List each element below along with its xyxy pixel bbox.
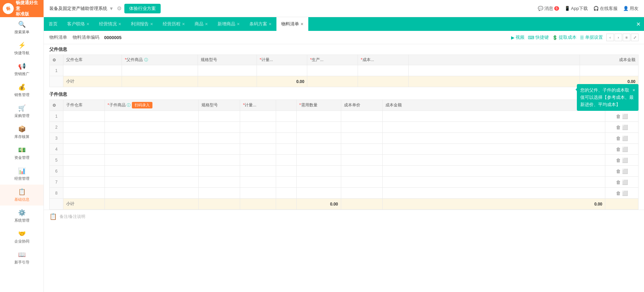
sidebar-item-4[interactable]: 🛒采购管理 — [0, 101, 44, 122]
parent-col-settings[interactable]: ⚙ — [50, 55, 63, 65]
child-copy-icon-8[interactable]: ⬜ — [622, 190, 628, 196]
child-cell-need-qty-2[interactable] — [296, 122, 341, 133]
child-cell-warehouse-8[interactable] — [63, 188, 105, 199]
tab-7[interactable]: 条码方案✕ — [245, 17, 276, 31]
sidebar-item-9[interactable]: ⚙️系统管理 — [0, 206, 44, 226]
tab-close-8[interactable]: ✕ — [300, 22, 304, 26]
child-cell-qty-1[interactable] — [240, 111, 276, 122]
tab-5[interactable]: 商品✕ — [190, 17, 213, 31]
sidebar-item-6[interactable]: 💵资金管理 — [0, 143, 44, 164]
child-copy-icon-7[interactable]: ⬜ — [622, 179, 628, 185]
sidebar-item-2[interactable]: 📢营销推广 — [0, 59, 44, 80]
child-cell-product-6[interactable] — [104, 166, 199, 177]
tab-6[interactable]: 新增商品✕ — [213, 17, 245, 31]
child-cell-qty-2[interactable] — [240, 122, 276, 133]
child-copy-icon-4[interactable]: ⬜ — [622, 147, 628, 152]
tab-close-3[interactable]: ✕ — [150, 22, 153, 26]
nav-expand-button[interactable]: ⤢ — [631, 34, 639, 41]
tab-8[interactable]: 物料清单✕ — [276, 17, 308, 31]
child-delete-icon-2[interactable]: 🗑 — [616, 125, 621, 130]
sidebar-item-8[interactable]: 📋基础信息 — [0, 185, 44, 206]
settings-icon[interactable]: ⚙ — [117, 5, 122, 12]
child-delete-icon-6[interactable]: 🗑 — [616, 168, 621, 174]
parent-cell-warehouse-1[interactable] — [63, 65, 122, 76]
child-delete-icon-1[interactable]: 🗑 — [616, 114, 621, 119]
child-cell-product-1[interactable] — [104, 111, 199, 122]
child-delete-icon-4[interactable]: 🗑 — [616, 147, 621, 152]
child-cell-warehouse-5[interactable] — [63, 155, 105, 166]
child-cell-product-4[interactable] — [104, 144, 199, 155]
sidebar-item-0[interactable]: 🔍搜索菜单 — [0, 17, 44, 38]
nav-prev-button[interactable]: ‹ — [606, 34, 614, 41]
dropdown-icon[interactable]: ▾ — [110, 5, 113, 12]
scan-button[interactable]: 扫码录入 — [132, 102, 152, 108]
child-delete-icon-8[interactable]: 🗑 — [616, 190, 621, 196]
sidebar-item-5[interactable]: 📦库存核算 — [0, 122, 44, 143]
message-button[interactable]: 💬 消息 6 — [538, 5, 559, 12]
child-cell-need-qty-6[interactable] — [296, 166, 341, 177]
tooltip-close[interactable]: × — [632, 87, 635, 94]
child-cell-spec-3[interactable] — [199, 133, 240, 144]
child-cell-spec-2[interactable] — [199, 122, 240, 133]
child-cell-need-qty-7[interactable] — [296, 177, 341, 188]
child-cell-warehouse-4[interactable] — [63, 144, 105, 155]
child-cell-product-2[interactable] — [104, 122, 199, 133]
child-col-settings[interactable]: ⚙ — [50, 100, 63, 111]
child-cell-product-8[interactable] — [104, 188, 199, 199]
child-copy-icon-3[interactable]: ⬜ — [622, 136, 628, 141]
nav-next-button[interactable]: › — [615, 34, 622, 41]
child-cell-warehouse-7[interactable] — [63, 177, 105, 188]
tab-0[interactable]: 首页 — [44, 17, 62, 31]
child-cell-qty-6[interactable] — [240, 166, 276, 177]
child-cell-qty-3[interactable] — [240, 133, 276, 144]
online-service-button[interactable]: 🎧 在线客服 — [593, 5, 618, 12]
breadcrumb-item-1[interactable]: 物料清单 — [49, 34, 67, 40]
parent-cell-qty-1[interactable] — [257, 65, 307, 76]
child-cell-qty-4[interactable] — [240, 144, 276, 155]
parent-cell-cost-1[interactable] — [358, 65, 409, 76]
child-cell-qty-5[interactable] — [240, 155, 276, 166]
user-button[interactable]: 👤 用友 — [623, 5, 639, 12]
child-cell-qty-8[interactable] — [240, 188, 276, 199]
child-delete-icon-3[interactable]: 🗑 — [616, 136, 621, 141]
child-cell-need-qty-4[interactable] — [296, 144, 341, 155]
parent-cell-spec-1[interactable] — [198, 65, 257, 76]
child-delete-icon-7[interactable]: 🗑 — [616, 179, 621, 185]
cost-button[interactable]: 💲 提取成本 — [552, 34, 577, 40]
child-cell-product-5[interactable] — [104, 155, 199, 166]
tab-close-7[interactable]: ✕ — [269, 22, 272, 26]
trial-button[interactable]: 体验行业方案 — [124, 4, 161, 13]
child-cell-qty-7[interactable] — [240, 177, 276, 188]
child-cell-spec-6[interactable] — [199, 166, 240, 177]
tab-close-all[interactable]: ✕ — [633, 21, 644, 27]
sidebar-item-10[interactable]: 🤝企业协同 — [0, 226, 44, 247]
child-cell-spec-7[interactable] — [199, 177, 240, 188]
child-cell-spec-5[interactable] — [199, 155, 240, 166]
parent-cell-produce-1[interactable] — [307, 65, 358, 76]
tab-1[interactable]: 客户联络✕ — [62, 17, 94, 31]
child-cell-warehouse-6[interactable] — [63, 166, 105, 177]
child-cell-need-qty-5[interactable] — [296, 155, 341, 166]
tab-close-1[interactable]: ✕ — [86, 22, 89, 26]
tab-close-2[interactable]: ✕ — [118, 22, 121, 26]
app-download-button[interactable]: 📱 App下载 — [565, 5, 588, 12]
sidebar-item-3[interactable]: 💰销售管理 — [0, 80, 44, 101]
child-cell-warehouse-1[interactable] — [63, 111, 105, 122]
child-cell-spec-1[interactable] — [199, 111, 240, 122]
setting-button[interactable]: ☰ 单据设置 — [580, 34, 603, 40]
child-cell-need-qty-8[interactable] — [296, 188, 341, 199]
child-cell-need-qty-3[interactable] — [296, 133, 341, 144]
tab-2[interactable]: 经营情况✕ — [94, 17, 126, 31]
view-button[interactable]: ▶ 视频 — [511, 34, 524, 40]
child-copy-icon-5[interactable]: ⬜ — [622, 157, 628, 163]
child-copy-icon-2[interactable]: ⬜ — [622, 125, 628, 130]
shortcut-button[interactable]: ⌨ 快捷键 — [528, 34, 549, 40]
tab-close-4[interactable]: ✕ — [182, 22, 185, 26]
tab-close-6[interactable]: ✕ — [237, 22, 240, 26]
tab-close-5[interactable]: ✕ — [205, 22, 208, 26]
tab-3[interactable]: 利润报告✕ — [126, 17, 158, 31]
tab-4[interactable]: 经营历程✕ — [158, 17, 190, 31]
sidebar-item-7[interactable]: 📊经营管理 — [0, 164, 44, 185]
child-cell-spec-8[interactable] — [199, 188, 240, 199]
parent-cell-product-1[interactable] — [122, 65, 198, 76]
